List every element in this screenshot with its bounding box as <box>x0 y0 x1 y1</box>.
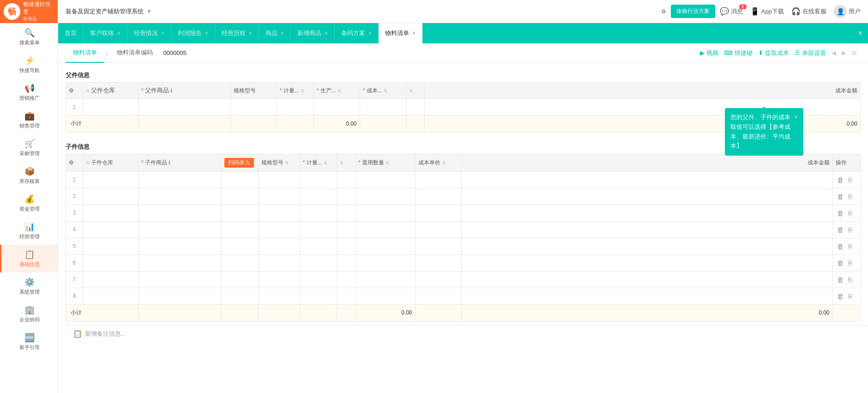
delete-btn-6[interactable]: 🗑 <box>837 259 844 267</box>
child-qty-4[interactable] <box>355 221 415 238</box>
child-scan-8[interactable] <box>221 288 258 304</box>
child-unit-4[interactable] <box>300 221 337 238</box>
close-all-tabs[interactable]: × <box>853 29 868 37</box>
th-settings-child[interactable]: ⚙ <box>66 154 83 172</box>
child-wh-4[interactable] <box>83 221 138 238</box>
video-btn[interactable]: ▶ 视频 <box>700 49 718 57</box>
child-unit-6[interactable] <box>300 254 337 271</box>
child-spec-8[interactable] <box>258 288 300 304</box>
online-service-action[interactable]: 🎧 在线客服 <box>791 7 826 16</box>
tab-goods-close[interactable]: × <box>281 30 284 36</box>
child-scan-6[interactable] <box>221 254 258 271</box>
sidebar-item-finance[interactable]: 💰 资金管理 <box>0 189 58 217</box>
shortcut-btn[interactable]: ⌨ 快捷键 <box>724 49 753 57</box>
child-price-3[interactable] <box>415 205 461 221</box>
copy-btn-8[interactable]: ⎘ <box>848 292 852 300</box>
sidebar-item-marketing[interactable]: 📢 营销推广 <box>0 79 58 106</box>
tab-bom[interactable]: 物料清单 × <box>379 23 422 43</box>
extract-cost-btn[interactable]: ⬇ 提取成本 <box>758 49 789 57</box>
child-qty-2[interactable] <box>355 188 415 205</box>
child-scan-5[interactable] <box>221 238 258 254</box>
tab-op-status-close[interactable]: × <box>161 30 164 36</box>
child-qty-5[interactable] <box>355 238 415 254</box>
user-action[interactable]: 👤 用户 <box>834 5 861 18</box>
parent-goods-1[interactable] <box>138 99 230 115</box>
sidebar-item-search[interactable]: 🔍 搜索菜单 <box>0 23 58 51</box>
message-action[interactable]: 💬 6 消息 <box>720 7 743 16</box>
tab-new-goods-close[interactable]: × <box>325 30 328 36</box>
child-spec-2[interactable] <box>258 188 300 205</box>
child-unit-3[interactable] <box>300 205 337 221</box>
child-unit-7[interactable] <box>300 271 337 288</box>
tab-customer[interactable]: 客户联络 × <box>84 23 127 43</box>
child-goods-4[interactable] <box>138 221 221 238</box>
copy-btn-5[interactable]: ⎘ <box>848 242 852 250</box>
copy-btn-1[interactable]: ⎘ <box>848 176 852 184</box>
child-price-7[interactable] <box>415 271 461 288</box>
delete-btn-2[interactable]: 🗑 <box>837 193 844 200</box>
sidebar-item-guide[interactable]: 🆕 新手引导 <box>0 328 58 356</box>
child-qty-7[interactable] <box>355 271 415 288</box>
child-scan-7[interactable] <box>221 271 258 288</box>
tab-barcode[interactable]: 条码方案 × <box>335 23 379 43</box>
child-amount-5[interactable] <box>461 238 832 254</box>
child-spec-1[interactable] <box>258 171 300 188</box>
tooltip-close-btn[interactable]: × <box>794 113 798 122</box>
child-spec-3[interactable] <box>258 205 300 221</box>
child-spec-5[interactable] <box>258 238 300 254</box>
delete-btn-5[interactable]: 🗑 <box>837 242 844 250</box>
child-unit-1[interactable] <box>300 171 337 188</box>
child-price-8[interactable] <box>415 288 461 304</box>
settings-btn[interactable]: ⚙ <box>661 8 666 15</box>
app-download-action[interactable]: 📱 App下载 <box>750 7 784 16</box>
copy-btn-4[interactable]: ⎘ <box>848 226 852 234</box>
child-qty-8[interactable] <box>355 288 415 304</box>
sidebar-item-operation[interactable]: 📊 经营管理 <box>0 217 58 245</box>
delete-btn-8[interactable]: 🗑 <box>837 292 844 300</box>
delete-btn-3[interactable]: 🗑 <box>837 209 844 217</box>
sidebar-item-inventory[interactable]: 📦 库存核算 <box>0 162 58 189</box>
child-spec-7[interactable] <box>258 271 300 288</box>
child-scan-1[interactable] <box>221 171 258 188</box>
grid-view-btn[interactable]: ⊞ <box>852 49 857 56</box>
copy-btn-7[interactable]: ⎘ <box>848 276 852 284</box>
sidebar-item-purchase[interactable]: 🛒 采购管理 <box>0 134 58 162</box>
child-wh-8[interactable] <box>83 288 138 304</box>
parent-unit-1[interactable] <box>277 99 313 115</box>
child-amount-3[interactable] <box>461 205 832 221</box>
child-wh-5[interactable] <box>83 238 138 254</box>
child-goods-1[interactable] <box>138 171 221 188</box>
tab-customer-close[interactable]: × <box>117 30 121 36</box>
copy-btn-2[interactable]: ⎘ <box>848 193 852 200</box>
sidebar-item-quick-nav[interactable]: ⚡ 快捷导航 <box>0 51 58 79</box>
child-price-2[interactable] <box>415 188 461 205</box>
sub-tab-bom-code[interactable]: 物料清单编码 <box>109 43 160 63</box>
child-scan-3[interactable] <box>221 205 258 221</box>
child-scan-4[interactable] <box>221 221 258 238</box>
delete-btn-7[interactable]: 🗑 <box>837 276 844 284</box>
child-goods-5[interactable] <box>138 238 221 254</box>
tab-new-goods[interactable]: 新增商品 × <box>291 23 335 43</box>
parent-produce-1[interactable] <box>313 99 360 115</box>
th-settings-parent[interactable]: ⚙ <box>66 83 83 99</box>
child-wh-7[interactable] <box>83 271 138 288</box>
tab-biz-history[interactable]: 经营历程 × <box>215 23 259 43</box>
delete-btn-4[interactable]: 🗑 <box>837 226 844 234</box>
child-spec-6[interactable] <box>258 254 300 271</box>
child-wh-2[interactable] <box>83 188 138 205</box>
child-wh-1[interactable] <box>83 171 138 188</box>
parent-wh-1[interactable] <box>83 99 138 115</box>
child-goods-2[interactable] <box>138 188 221 205</box>
child-price-5[interactable] <box>415 238 461 254</box>
child-qty-6[interactable] <box>355 254 415 271</box>
child-price-4[interactable] <box>415 221 461 238</box>
bottom-hint[interactable]: 📋 新增备注信息... <box>66 325 868 342</box>
nav-prev-btn[interactable]: ◀ <box>832 49 836 56</box>
nav-next-btn[interactable]: ▶ <box>842 49 846 56</box>
child-wh-6[interactable] <box>83 254 138 271</box>
sidebar-item-enterprise[interactable]: 🏢 企业协同 <box>0 300 58 328</box>
parent-cost-1[interactable] <box>360 99 406 115</box>
delete-btn-1[interactable]: 🗑 <box>837 176 844 184</box>
child-wh-3[interactable] <box>83 205 138 221</box>
tab-goods[interactable]: 商品 × <box>259 23 291 43</box>
